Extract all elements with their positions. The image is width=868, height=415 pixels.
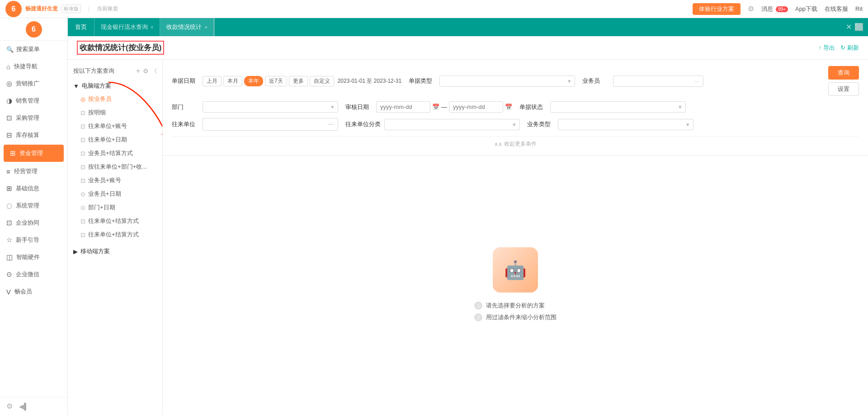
- scheme-by-salesperson[interactable]: ◎ 按业务员: [68, 92, 162, 106]
- query-btn[interactable]: 查询: [828, 66, 859, 80]
- date-custom[interactable]: 自定义: [310, 76, 334, 86]
- scheme-unit-settlement1[interactable]: ⊡ 往来单位+结算方式: [68, 214, 162, 228]
- tab2-close-icon[interactable]: ×: [204, 24, 207, 30]
- top-bar: 6 畅捷通好生意 标准版 | 当前账套 体验行业方案 ⚙ 消息 99+ App下…: [0, 0, 868, 18]
- scheme-unit-dept[interactable]: ⊡ 按往来单位+部门+收...: [68, 160, 162, 174]
- mobile-group-title[interactable]: ▶ 移动端方案: [68, 245, 162, 258]
- scheme-salesperson-settlement[interactable]: ⊡ 业务员+结算方式: [68, 146, 162, 160]
- search-menu[interactable]: 🔍 搜索菜单: [0, 41, 67, 58]
- sidebar-label-operation: 经营管理: [14, 167, 38, 175]
- sidebar-item-hardware[interactable]: ◫ 智能硬件: [0, 249, 67, 266]
- sidebar-item-guide[interactable]: ☆ 新手引导: [0, 231, 67, 249]
- sidebar-item-operation[interactable]: ≡ 经营管理: [0, 163, 67, 180]
- service-btn[interactable]: 在线客服: [825, 5, 848, 13]
- tab1-close-icon[interactable]: ×: [151, 24, 153, 30]
- sidebar-label-member: 畅会员: [14, 288, 32, 296]
- sa-icon: ⊡: [80, 177, 85, 184]
- doctype-select[interactable]: ▾: [439, 75, 575, 87]
- sidebar-item-system[interactable]: ◌ 系统管理: [0, 197, 67, 214]
- salesperson-select[interactable]: ···: [613, 75, 703, 87]
- sidebar-item-basic[interactable]: ⊞ 基础信息: [0, 180, 67, 197]
- export-btn[interactable]: ↑ 导出: [819, 44, 835, 52]
- refresh-btn[interactable]: ↻ 刷新: [840, 44, 859, 52]
- review-date-start[interactable]: [376, 101, 430, 113]
- settings-btn[interactable]: 设置: [828, 82, 859, 96]
- tab-home[interactable]: 首页: [68, 18, 94, 36]
- sidebar-item-inventory[interactable]: ⊟ 库存核算: [0, 127, 67, 144]
- date-label: 单据日期: [172, 77, 199, 85]
- calendar-icon-2[interactable]: 📅: [505, 104, 512, 110]
- sidebar-item-member[interactable]: V 畅会员: [0, 283, 67, 300]
- doc-status-chevron-icon: ▾: [679, 104, 682, 110]
- scheme-by-detail[interactable]: ⊡ 按明细: [68, 106, 162, 119]
- export-icon: ↑: [819, 44, 822, 51]
- calendar-icon-1[interactable]: 📅: [432, 104, 439, 110]
- marketing-icon: ◎: [6, 80, 12, 88]
- workspace-info: 当前账套: [97, 5, 118, 13]
- scheme-sd-label: 业务员+日期: [88, 190, 121, 198]
- scheme-unit-account[interactable]: ⊡ 往来单位+账号: [68, 119, 162, 133]
- close-window-btn[interactable]: ✕: [846, 23, 852, 31]
- scheme-sa-label: 业务员+账号: [88, 176, 121, 184]
- review-date-label: 审核日期: [345, 103, 373, 111]
- scheme-us1-label: 往来单位+结算方式: [88, 217, 139, 225]
- top-bar-right: 体验行业方案 ⚙ 消息 99+ App下载 在线客服 Rit: [693, 3, 863, 15]
- date-7days[interactable]: 近7天: [265, 76, 287, 86]
- sidebar-collapse-icon[interactable]: ◀▌: [19, 403, 28, 410]
- sidebar-item-sales[interactable]: ◑ 销售管理: [0, 92, 67, 109]
- gear-icon[interactable]: ⚙: [748, 5, 754, 13]
- sidebar-item-purchase[interactable]: ⊡ 采购管理: [0, 109, 67, 127]
- date-this-month[interactable]: 本月: [223, 76, 242, 86]
- pc-group-title[interactable]: ▼ 电脑端方案: [68, 80, 162, 92]
- sidebar-item-quick-nav[interactable]: ⌂ 快捷导航: [0, 58, 67, 75]
- tab-cash-flow[interactable]: 现金银行流水查询 ×: [94, 18, 160, 36]
- counterpart-category-select[interactable]: ▾: [384, 119, 520, 130]
- business-type-label: 业务类型: [527, 120, 554, 128]
- date-more[interactable]: 更多: [289, 76, 308, 86]
- sidebar-label-finance: 资金管理: [19, 149, 43, 157]
- scheme-settings-icon[interactable]: ⚙: [143, 67, 149, 75]
- filter-row-3: 往来单位 ··· 往来单位分类 ▾: [172, 118, 859, 131]
- counterpart-label: 往来单位: [172, 120, 199, 128]
- counterpart-select[interactable]: ···: [203, 118, 338, 131]
- add-scheme-icon[interactable]: +: [136, 67, 140, 75]
- scheme-unit-settlement2[interactable]: ⊡ 往来单位+结算方式: [68, 228, 162, 241]
- sidebar-item-enterprise[interactable]: ⊡ 企业协同: [0, 214, 67, 231]
- dept-chevron-icon: ▾: [331, 104, 334, 110]
- counterpart-dots-icon[interactable]: ···: [328, 120, 334, 128]
- scheme-salesperson-date[interactable]: ⊙ 业务员+日期: [68, 187, 162, 201]
- sd-icon: ⊙: [80, 191, 85, 198]
- sidebar-item-wechat[interactable]: ⊙ 企业微信: [0, 266, 67, 283]
- business-type-select[interactable]: ▾: [558, 119, 693, 130]
- maximize-btn[interactable]: ⬜: [854, 23, 863, 31]
- unit-date-icon: ⊡: [80, 137, 85, 143]
- review-date-end[interactable]: [449, 101, 503, 113]
- date-this-year[interactable]: 本年: [244, 76, 263, 86]
- doctype-filter: 单据类型 ▾: [409, 75, 575, 87]
- scheme-salesperson-account[interactable]: ⊡ 业务员+账号: [68, 174, 162, 187]
- date-range-text: 2023-01-01 至 2023-12-31: [338, 77, 401, 85]
- step-num-1: 1: [474, 302, 482, 310]
- step-1-label: 请先选择要分析的方案: [486, 300, 545, 311]
- date-last-month[interactable]: 上月: [203, 76, 222, 86]
- sidebar-settings-icon[interactable]: ⚙: [6, 402, 13, 410]
- panel-collapse-icon[interactable]: 《: [151, 67, 157, 75]
- messages-btn[interactable]: 消息 99+: [761, 5, 788, 13]
- counterpart-category-label: 往来单位分类: [345, 120, 381, 128]
- collapse-bar[interactable]: ∧∧ 收起更多条件: [172, 136, 859, 151]
- dd-icon: ⊙: [80, 204, 85, 211]
- trial-btn[interactable]: 体验行业方案: [693, 3, 741, 15]
- user-info[interactable]: Rit: [855, 5, 863, 12]
- sidebar-item-finance[interactable]: ⊞ 资金管理: [4, 145, 64, 162]
- system-icon: ◌: [6, 202, 12, 210]
- action-buttons: 查询 设置: [828, 66, 859, 96]
- download-btn[interactable]: App下载: [795, 5, 817, 13]
- brand-name: 畅捷通好生意: [25, 5, 58, 13]
- sidebar-item-marketing[interactable]: ◎ 营销推广: [0, 75, 67, 92]
- tab-collection-stats[interactable]: 收款情况统计 ×: [160, 18, 214, 36]
- scheme-dept-date[interactable]: ⊙ 部门+日期: [68, 201, 162, 214]
- doc-status-select[interactable]: ▾: [550, 101, 686, 113]
- dept-select[interactable]: ▾: [203, 101, 338, 113]
- scheme-unit-date[interactable]: ⊡ 往来单位+日期: [68, 133, 162, 146]
- unit-account-icon: ⊡: [80, 123, 85, 130]
